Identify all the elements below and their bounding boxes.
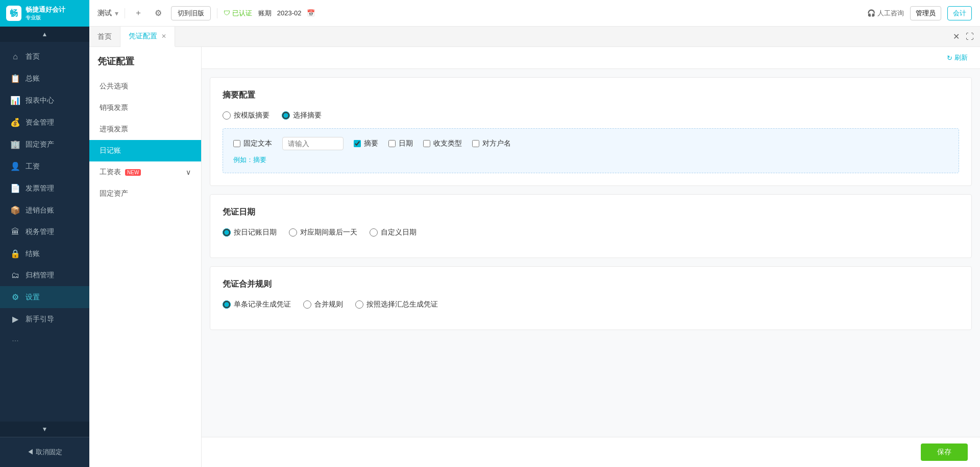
reports-icon: 📊 (10, 96, 20, 105)
radio-period-last-label[interactable]: 对应期间最后一天 (289, 228, 357, 237)
radio-summary-gen-label[interactable]: 按照选择汇总生成凭证 (355, 300, 438, 309)
sidebar-item-ledger[interactable]: 📋 总账 (0, 67, 89, 89)
topbar: 测试 ▾ ＋ ⚙ 切到旧版 🛡 已认证 账期 2023-02 📅 🎧 人工咨询 (89, 0, 980, 27)
sidebar-item-invoices[interactable]: 📄 发票管理 (0, 177, 89, 199)
voucher-date-title: 凭证日期 (223, 207, 959, 218)
period-info: 账期 2023-02 📅 (258, 9, 315, 18)
fixed-text-checkbox[interactable] (233, 140, 240, 147)
nav-item-fixed-assets[interactable]: 固定资产 (89, 183, 201, 204)
sidebar-item-more[interactable]: ··· (0, 330, 89, 352)
radio-journal-date-input[interactable] (223, 228, 231, 237)
sidebar-item-home[interactable]: ⌂ 首页 (0, 46, 89, 67)
radio-single-label[interactable]: 单条记录生成凭证 (223, 300, 291, 309)
voucher-date-section: 凭证日期 按日记账日期 对应期间最后一天 自定义日期 (210, 194, 972, 258)
nav-item-sales-invoice[interactable]: 销项发票 (89, 97, 201, 119)
radio-custom-date-label[interactable]: 自定义日期 (370, 228, 416, 237)
date-checkbox-label[interactable]: 日期 (388, 139, 413, 148)
sidebar-scroll-down-btn[interactable]: ▼ (40, 424, 50, 435)
sidebar-item-wages[interactable]: 👤 工资 (0, 155, 89, 177)
sidebar-bottom: ◀ 取消固定 (0, 437, 89, 467)
role-btn[interactable]: 会计 (947, 6, 972, 20)
sidebar-item-guide[interactable]: ▶ 新手引导 (0, 308, 89, 330)
summary-config-section: 摘要配置 按模版摘要 选择摘要 (210, 77, 972, 186)
fixed-text-checkbox-label[interactable]: 固定文本 (233, 139, 272, 148)
sidebar-item-label: 发票管理 (26, 184, 54, 193)
project-dropdown-icon[interactable]: ▾ (115, 9, 118, 17)
summary-options-box: 固定文本 摘要 日期 (223, 128, 959, 173)
sidebar-item-close[interactable]: 🔒 结账 (0, 243, 89, 265)
sidebar-item-label: 工资 (26, 162, 40, 171)
sidebar-item-settings[interactable]: ⚙ 设置 (0, 286, 89, 308)
sidebar-item-label: 设置 (26, 293, 40, 302)
tab-close-window-btn[interactable]: ✕ (951, 30, 962, 43)
sidebar-item-label: 总账 (26, 74, 40, 83)
counterparty-checkbox[interactable] (472, 140, 479, 147)
nav-item-public[interactable]: 公共选项 (89, 76, 201, 97)
settings-btn[interactable]: ⚙ (152, 6, 165, 20)
summary-config-title: 摘要配置 (223, 90, 959, 101)
radio-summary-gen-input[interactable] (355, 300, 363, 309)
radio-single-text: 单条记录生成凭证 (234, 300, 291, 309)
save-btn[interactable]: 保存 (921, 443, 968, 461)
summary-checkbox[interactable] (354, 140, 361, 147)
nav-public-label: 公共选项 (100, 82, 128, 91)
summary-checkbox-label[interactable]: 摘要 (354, 139, 378, 148)
project-name: 测试 (97, 9, 112, 18)
topbar-project: 测试 ▾ (97, 9, 118, 18)
sidebar-item-archive[interactable]: 🗂 归档管理 (0, 265, 89, 286)
tab-voucher-config-label: 凭证配置 (129, 32, 157, 41)
radio-select-input[interactable] (282, 111, 290, 120)
refresh-btn[interactable]: ↻ 刷新 (947, 53, 968, 62)
cancel-fixed-btn[interactable]: ◀ 取消固定 (0, 442, 89, 462)
switch-version-btn[interactable]: 切到旧版 (171, 6, 211, 20)
content-area: 凭证配置 公共选项 销项发票 进项发票 日记账 工资表 NEW ∨ 固定资 (89, 47, 980, 467)
sidebar-item-label: 固定资产 (26, 140, 54, 149)
radio-custom-date-input[interactable] (370, 228, 378, 237)
fixed-text-input[interactable] (282, 137, 344, 150)
radio-select-label[interactable]: 选择摘要 (282, 111, 322, 120)
consult-label: 人工咨询 (877, 9, 904, 18)
refresh-icon: ↻ (947, 54, 952, 62)
counterparty-label: 对方户名 (482, 139, 511, 148)
add-project-btn[interactable]: ＋ (131, 6, 145, 20)
calendar-icon[interactable]: 📅 (307, 9, 315, 17)
income-type-checkbox[interactable] (423, 140, 430, 147)
nav-item-journal[interactable]: 日记账 (89, 140, 201, 161)
radio-single-input[interactable] (223, 300, 231, 309)
consult-btn[interactable]: 🎧 人工咨询 (867, 9, 904, 18)
radio-template-label[interactable]: 按模版摘要 (223, 111, 270, 120)
verified-badge: 🛡 已认证 (224, 9, 252, 18)
tab-home-label: 首页 (97, 32, 112, 41)
radio-merge-input[interactable] (303, 300, 311, 309)
headphone-icon: 🎧 (867, 9, 875, 17)
nav-item-purchase-invoice[interactable]: 进项发票 (89, 119, 201, 140)
summary-options-row: 固定文本 摘要 日期 (233, 137, 948, 150)
radio-journal-date-label[interactable]: 按日记账日期 (223, 228, 277, 237)
sidebar-item-sales[interactable]: 📦 进销台账 (0, 199, 89, 221)
sidebar-item-funds[interactable]: 💰 资金管理 (0, 111, 89, 133)
sidebar-item-reports[interactable]: 📊 报表中心 (0, 89, 89, 111)
logo-sub: 专业版 (26, 14, 65, 21)
example-text: 例如：摘要 (233, 155, 948, 165)
tab-close-btn[interactable]: ✕ (161, 33, 166, 40)
nav-item-payroll[interactable]: 工资表 NEW ∨ (89, 161, 201, 183)
date-checkbox[interactable] (388, 140, 396, 147)
counterparty-checkbox-label[interactable]: 对方户名 (472, 139, 511, 148)
sidebar-item-label: 新手引导 (26, 315, 54, 324)
income-type-checkbox-label[interactable]: 收支类型 (423, 139, 462, 148)
radio-merge-label[interactable]: 合并规则 (303, 300, 343, 309)
radio-merge-text: 合并规则 (314, 300, 343, 309)
tab-home[interactable]: 首页 (89, 27, 120, 47)
bottom-spacer (202, 338, 980, 359)
archive-icon: 🗂 (10, 271, 20, 280)
voucher-date-radio-group: 按日记账日期 对应期间最后一天 自定义日期 (223, 228, 959, 237)
radio-period-last-input[interactable] (289, 228, 297, 237)
sidebar-item-assets[interactable]: 🏢 固定资产 (0, 133, 89, 155)
sidebar-item-tax[interactable]: 🏛 税务管理 (0, 221, 89, 243)
user-btn[interactable]: 管理员 (910, 6, 941, 20)
radio-template-input[interactable] (223, 111, 231, 120)
tab-expand-btn[interactable]: ⛶ (964, 30, 976, 43)
tab-voucher-config[interactable]: 凭证配置 ✕ (120, 27, 175, 47)
sidebar-scroll-up-btn[interactable]: ▲ (40, 29, 50, 40)
nav-journal-label: 日记账 (100, 146, 121, 155)
